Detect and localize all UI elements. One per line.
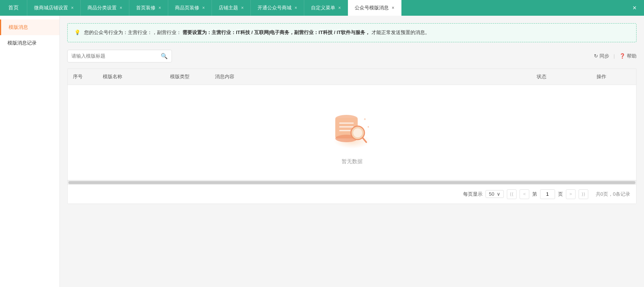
tab-home-decor-close[interactable]: × (158, 5, 161, 10)
tab-product-category[interactable]: 商品分类设置 × (81, 0, 129, 16)
search-input[interactable] (71, 53, 161, 59)
tab-product-decor-close[interactable]: × (202, 5, 205, 10)
pagination: 每页显示 50 ∨ ⟨⟨ ＜ 第 页 ＞ ⟩⟩ 共0页，0条记录 (68, 184, 636, 204)
first-page-button[interactable]: ⟨⟨ (507, 189, 517, 199)
tab-open-mall-label: 开通公众号商城 (258, 4, 292, 11)
sidebar-item-template-log-label: 模版消息记录 (7, 40, 37, 46)
col-content: 消息内容 (210, 69, 531, 85)
tab-shop-theme[interactable]: 店铺主题 × (212, 0, 251, 16)
tab-product-decor-label: 商品页装修 (175, 4, 199, 11)
sidebar-item-template-log[interactable]: 模版消息记录 (0, 35, 59, 51)
col-status: 状态 (531, 69, 591, 85)
sidebar-item-template-msg-label: 模版消息 (9, 24, 28, 30)
toolbar-right: ↻ 同步 | ❓ 帮助 (594, 53, 637, 59)
sync-icon: ↻ (594, 53, 598, 59)
scroll-thumb[interactable] (68, 181, 635, 184)
horizontal-scrollbar[interactable] (68, 180, 636, 184)
content-area: 💡 您的公众号行业为：主营行业：，副营行业： 需要设置为：主营行业：IT科技 /… (60, 16, 644, 287)
next-page-button[interactable]: ＞ (566, 189, 576, 199)
tab-template-msg-label: 公众号模版消息 (355, 4, 389, 11)
table-header: 序号 模版名称 模版类型 消息内容 状态 操作 (68, 69, 636, 85)
chevron-down-icon: ∨ (497, 191, 500, 197)
help-button[interactable]: ❓ 帮助 (619, 53, 637, 59)
svg-text:✦: ✦ (367, 125, 370, 129)
help-label: 帮助 (627, 53, 637, 59)
page-unit: 页 (558, 191, 563, 198)
tab-shop-theme-label: 店铺主题 (219, 4, 238, 11)
col-name: 模版名称 (98, 69, 165, 85)
tab-custom-menu[interactable]: 自定义菜单 × (304, 0, 348, 16)
tab-template-msg[interactable]: 公众号模版消息 × (348, 0, 401, 16)
page-size-select[interactable]: 50 ∨ (486, 190, 503, 198)
tab-home[interactable]: 首页 (0, 0, 27, 16)
prev-page-button[interactable]: ＜ (520, 189, 529, 199)
tab-wechat-shop[interactable]: 微商城店铺设置 × (27, 0, 81, 16)
sync-button[interactable]: ↻ 同步 (594, 53, 609, 59)
info-box: 💡 您的公众号行业为：主营行业：，副营行业： 需要设置为：主营行业：IT科技 /… (67, 23, 637, 42)
page-size-value: 50 (489, 191, 494, 197)
tab-product-decor[interactable]: 商品页装修 × (168, 0, 212, 16)
tab-open-mall[interactable]: 开通公众号商城 × (251, 0, 304, 16)
search-icon[interactable]: 🔍 (161, 53, 168, 59)
sidebar-item-template-msg[interactable]: 模版消息 (0, 19, 59, 35)
tab-shop-theme-close[interactable]: × (241, 5, 244, 10)
total-info: 共0页，0条记录 (596, 191, 630, 198)
tab-custom-menu-close[interactable]: × (338, 5, 341, 10)
info-text-1: 您的公众号行业为：主营行业：，副营行业： (84, 30, 181, 35)
tab-home-label: 首页 (8, 4, 19, 11)
tab-template-msg-close[interactable]: × (392, 5, 394, 10)
toolbar-separator: | (614, 53, 615, 59)
search-bar: 🔍 ↻ 同步 | ❓ 帮助 (67, 50, 637, 62)
data-table: 序号 模版名称 模版类型 消息内容 状态 操作 (67, 68, 637, 204)
last-page-button[interactable]: ⟩⟩ (579, 189, 588, 199)
sidebar: 模版消息 模版消息记录 (0, 16, 60, 287)
tab-product-category-label: 商品分类设置 (87, 4, 117, 11)
svg-point-8 (353, 128, 362, 137)
tab-home-decor-label: 首页装修 (136, 4, 155, 11)
empty-icon: ✦ ✦ (330, 107, 375, 152)
page-number-input[interactable] (540, 189, 555, 199)
page-label: 第 (532, 191, 537, 198)
sync-label: 同步 (600, 53, 609, 59)
tab-open-mall-close[interactable]: × (295, 5, 297, 10)
svg-text:✦: ✦ (363, 117, 366, 121)
bulb-icon: 💡 (74, 30, 80, 35)
empty-state: ✦ ✦ 暂无数据 (68, 85, 636, 180)
tab-home-decor[interactable]: 首页装修 × (129, 0, 168, 16)
tab-product-category-close[interactable]: × (120, 5, 122, 10)
page-size-label: 每页显示 (463, 191, 483, 198)
tab-bar: 首页 微商城店铺设置 × 商品分类设置 × 首页装修 × 商品页装修 × 店铺主… (0, 0, 644, 16)
tab-wechat-shop-close[interactable]: × (71, 5, 74, 10)
col-type: 模版类型 (165, 69, 210, 85)
window-close-button[interactable]: × (625, 0, 644, 16)
help-icon: ❓ (619, 53, 625, 59)
info-highlight: 需要设置为：主营行业：IT科技 / 互联网|电子商务，副营行业：IT科技 / I… (182, 30, 370, 35)
tab-custom-menu-label: 自定义菜单 (311, 4, 335, 11)
col-index: 序号 (68, 69, 98, 85)
tab-wechat-shop-label: 微商城店铺设置 (34, 4, 68, 11)
col-action: 操作 (591, 69, 636, 85)
info-text-2: 才能正常发送预置的消息。 (372, 30, 430, 35)
search-input-wrap[interactable]: 🔍 (67, 50, 172, 62)
empty-text: 暂无数据 (342, 158, 363, 165)
main-layout: 模版消息 模版消息记录 💡 您的公众号行业为：主营行业：，副营行业： 需要设置为… (0, 16, 644, 287)
